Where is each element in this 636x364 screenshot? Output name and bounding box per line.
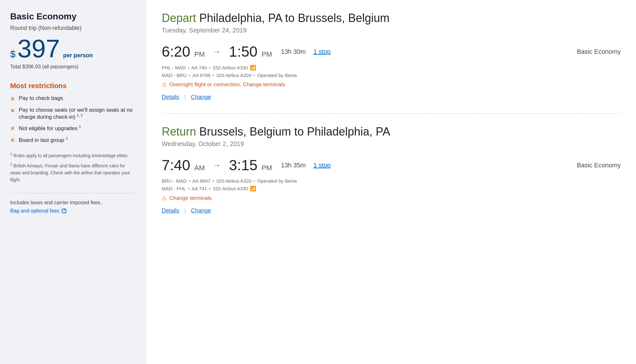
per-person-label: per person bbox=[63, 52, 93, 59]
includes-fees-text: Includes taxes and carrier imposed fees. bbox=[10, 200, 136, 206]
return-change-button[interactable]: Change bbox=[191, 207, 211, 214]
return-flight-row: 7:40 AM → 3:15 PM 13h 35m 1 stop Basic E… bbox=[162, 157, 621, 174]
depart-header: Depart Philadelphia, PA to Brussels, Bel… bbox=[162, 11, 621, 25]
wifi-icon: 📶 bbox=[250, 65, 256, 71]
depart-flight-row: 6:20 PM → 1:50 PM 13h 30m 1 stop Basic E… bbox=[162, 43, 621, 60]
bag-optional-fees-link[interactable]: Bag and optional fees bbox=[10, 208, 66, 214]
restriction-text: Pay to choose seats (or we'll assign sea… bbox=[19, 107, 136, 120]
return-route: Brussels, Belgium to Philadelphia, PA bbox=[199, 125, 390, 138]
depart-warning-text: Overnight flight or connection, Change t… bbox=[169, 81, 285, 88]
main-content: Depart Philadelphia, PA to Brussels, Bel… bbox=[146, 0, 636, 364]
list-item: ✕ Not eligible for upgrades 1 bbox=[10, 125, 136, 132]
arrive-period: PM bbox=[262, 50, 272, 58]
warning-icon: ⚠ bbox=[162, 195, 167, 202]
depart-period: PM bbox=[194, 50, 205, 58]
fare-type-title: Basic Economy bbox=[10, 11, 136, 22]
divider bbox=[10, 193, 136, 193]
trip-type-label: Round trip (Non-refundable) bbox=[10, 25, 136, 32]
depart-details-button[interactable]: Details bbox=[162, 94, 179, 101]
restriction-text: Not eligible for upgrades 1 bbox=[19, 125, 81, 132]
depart-leg2-info: MAD - BRU ● AA 8788 ● 320-Airbus A320 ● … bbox=[162, 73, 621, 78]
depart-warning-row: ⚠ Overnight flight or connection, Change… bbox=[162, 81, 621, 88]
stops-link[interactable]: 1 stop bbox=[313, 48, 330, 55]
x-icon: ✕ bbox=[10, 125, 15, 132]
depart-leg1-info: PHL - MAD ● AA 740 ● 332-Airbus A330 📶 bbox=[162, 65, 621, 71]
depart-change-button[interactable]: Change bbox=[191, 94, 211, 101]
return-actions: Details | Change bbox=[162, 207, 621, 214]
fare-class: Basic Economy bbox=[577, 48, 621, 55]
external-link-icon bbox=[62, 209, 66, 213]
action-separator: | bbox=[184, 207, 186, 214]
price-row: $ 397 per person bbox=[10, 36, 136, 61]
return-fare-class: Basic Economy bbox=[577, 162, 621, 169]
return-depart-time: 7:40 AM bbox=[162, 157, 205, 174]
return-leg2-info: MAD - PHL ● AA 741 ● 332-Airbus A330 📶 bbox=[162, 186, 621, 192]
restriction-text: Board in last group 2 bbox=[19, 136, 68, 144]
list-item: ✕ Pay to check bags bbox=[10, 95, 136, 102]
list-item: ✕ Pay to choose seats (or we'll assign s… bbox=[10, 107, 136, 120]
wifi-icon: 📶 bbox=[250, 186, 256, 192]
depart-date: Tuesday, September 24, 2019 bbox=[162, 27, 621, 34]
return-stops-link[interactable]: 1 stop bbox=[313, 162, 330, 169]
x-icon: ✕ bbox=[10, 107, 15, 114]
depart-actions: Details | Change bbox=[162, 94, 621, 101]
return-section: Return Brussels, Belgium to Philadelphia… bbox=[162, 125, 621, 214]
dollar-sign: $ bbox=[10, 49, 16, 60]
return-warning-text: Change terminals bbox=[169, 195, 212, 201]
depart-route: Philadelphia, PA to Brussels, Belgium bbox=[199, 11, 390, 24]
duration: 13h 30m bbox=[281, 48, 306, 55]
total-price: Total $396.93 (all passengers) bbox=[10, 64, 136, 70]
depart-time: 6:20 PM bbox=[162, 43, 205, 60]
return-arrive-period: PM bbox=[262, 164, 272, 172]
list-item: ✕ Board in last group 2 bbox=[10, 136, 136, 144]
return-details-button[interactable]: Details bbox=[162, 207, 179, 214]
return-warning-row: ⚠ Change terminals bbox=[162, 195, 621, 202]
restriction-list: ✕ Pay to check bags ✕ Pay to choose seat… bbox=[10, 95, 136, 144]
depart-section: Depart Philadelphia, PA to Brussels, Bel… bbox=[162, 11, 621, 101]
x-icon: ✕ bbox=[10, 95, 15, 102]
return-arrive-time: 3:15 PM bbox=[229, 157, 272, 174]
arrive-time: 1:50 PM bbox=[229, 43, 272, 60]
action-separator: | bbox=[184, 94, 186, 101]
depart-label: Depart bbox=[162, 11, 196, 24]
return-duration: 13h 35m bbox=[281, 162, 306, 169]
warning-icon: ⚠ bbox=[162, 81, 167, 88]
arrow-icon: → bbox=[213, 47, 221, 56]
return-leg1-info: BRU - MAD ● AA 8697 ● 320-Airbus A320 ● … bbox=[162, 178, 621, 184]
footnotes: 1 Rules apply to all passengers includin… bbox=[10, 151, 136, 184]
bag-link-text: Bag and optional fees bbox=[10, 208, 60, 214]
return-depart-period: AM bbox=[194, 164, 205, 172]
return-header: Return Brussels, Belgium to Philadelphia… bbox=[162, 125, 621, 138]
price-amount: 397 bbox=[18, 36, 60, 61]
x-icon: ✕ bbox=[10, 137, 15, 144]
return-label: Return bbox=[162, 125, 196, 138]
section-divider bbox=[162, 113, 621, 114]
restrictions-title: Most restrictions bbox=[10, 82, 136, 90]
restriction-text: Pay to check bags bbox=[19, 95, 63, 102]
return-date: Wednesday, October 2, 2019 bbox=[162, 140, 621, 148]
arrow-icon: → bbox=[213, 161, 221, 170]
sidebar: Basic Economy Round trip (Non-refundable… bbox=[0, 0, 146, 364]
